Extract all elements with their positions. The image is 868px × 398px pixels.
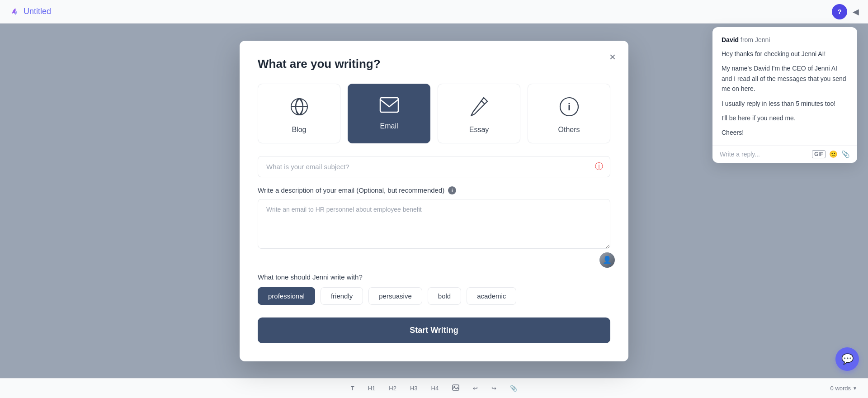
chat-reply-input[interactable]: [720, 151, 808, 158]
svg-line-4: [481, 100, 485, 104]
chat-panel: David from Jenni Hey thanks for checking…: [712, 27, 857, 163]
type-card-essay[interactable]: Essay: [438, 84, 520, 143]
app-logo[interactable]: Untitled: [9, 6, 51, 17]
sidebar-toggle-button[interactable]: ◀: [853, 7, 859, 17]
chat-msg-4: Cheers!: [722, 128, 848, 137]
subject-warning-icon: ⓘ: [595, 161, 603, 172]
desc-info-icon: i: [448, 186, 456, 194]
chat-avatar: 👤: [599, 251, 616, 269]
toolbar-h3[interactable]: H3: [407, 383, 420, 393]
chat-msg-2: I usually reply in less than 5 minutes t…: [722, 99, 848, 109]
subject-input-wrapper: ⓘ: [258, 156, 610, 177]
toolbar-image[interactable]: [449, 382, 462, 394]
essay-label: Essay: [469, 126, 489, 134]
svg-rect-3: [380, 98, 398, 112]
tone-professional[interactable]: professional: [258, 287, 315, 305]
word-count-chevron[interactable]: ▼: [853, 386, 857, 391]
tone-label: What tone should Jenni write with?: [258, 273, 610, 281]
email-label: Email: [380, 122, 398, 130]
modal-title: What are you writing?: [258, 57, 610, 71]
others-label: Others: [558, 126, 580, 134]
bottom-toolbar: T H1 H2 H3 H4 ↩ ↪ 📎 0 words ▼: [0, 378, 868, 398]
chat-msg-1: My name's David I'm the CEO of Jenni AI …: [722, 63, 848, 94]
writing-type-cards: Blog Email: [258, 84, 610, 143]
others-icon: i: [559, 97, 579, 119]
toolbar-text[interactable]: T: [348, 383, 357, 393]
chat-msg-3: I'll be here if you need me.: [722, 113, 848, 123]
svg-text:i: i: [567, 101, 570, 113]
top-bar: Untitled ? ◀: [0, 0, 868, 24]
start-writing-button[interactable]: Start Writing: [258, 317, 610, 343]
writing-type-modal: What are you writing? × Blog: [240, 41, 628, 361]
type-card-blog[interactable]: Blog: [258, 84, 340, 143]
tone-section: What tone should Jenni write with? profe…: [258, 273, 610, 305]
type-card-email[interactable]: Email: [348, 84, 430, 143]
tone-friendly[interactable]: friendly: [321, 287, 363, 305]
tone-academic[interactable]: academic: [467, 287, 516, 305]
gif-button[interactable]: GIF: [812, 150, 826, 158]
toolbar-attach[interactable]: 📎: [507, 383, 520, 393]
toolbar-h1[interactable]: H1: [365, 383, 378, 393]
emoji-button[interactable]: 🙂: [829, 150, 838, 158]
help-button[interactable]: ?: [832, 4, 847, 19]
logo-icon: [9, 6, 20, 17]
toolbar-h2[interactable]: H2: [386, 383, 399, 393]
chat-msg-0: Hey thanks for checking out Jenni AI!: [722, 49, 848, 59]
tone-persuasive[interactable]: persuasive: [368, 287, 422, 305]
top-bar-right: ? ◀: [832, 4, 859, 19]
blog-icon: [289, 97, 309, 119]
app-title: Untitled: [24, 7, 51, 16]
email-icon: [379, 97, 399, 116]
floating-chat-button[interactable]: 💬: [835, 347, 859, 371]
toolbar-undo[interactable]: ↩: [470, 383, 481, 393]
essay-icon: [470, 97, 488, 119]
word-count: 0 words ▼: [830, 385, 857, 392]
tone-bold[interactable]: bold: [428, 287, 461, 305]
chat-sender: David from Jenni: [722, 36, 848, 43]
attach-button[interactable]: 📎: [841, 150, 850, 158]
chat-footer: GIF 🙂 📎: [712, 145, 857, 163]
tone-options: professional friendly persuasive bold ac…: [258, 287, 610, 305]
subject-input[interactable]: [258, 156, 610, 177]
description-label: Write a description of your email (Optio…: [258, 186, 610, 194]
toolbar-h4[interactable]: H4: [429, 383, 442, 393]
description-textarea[interactable]: [258, 199, 610, 249]
chat-footer-icons: GIF 🙂 📎: [812, 150, 850, 158]
toolbar-redo[interactable]: ↪: [489, 383, 499, 393]
chat-message: Hey thanks for checking out Jenni AI! My…: [722, 49, 848, 138]
type-card-others[interactable]: i Others: [528, 84, 610, 143]
chat-body: David from Jenni Hey thanks for checking…: [712, 27, 857, 145]
modal-close-button[interactable]: ×: [609, 52, 616, 62]
blog-label: Blog: [292, 126, 306, 134]
